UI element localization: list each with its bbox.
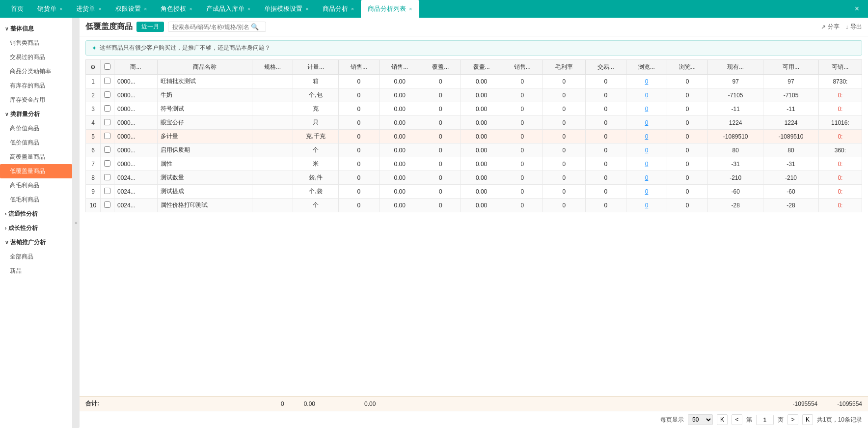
cell-browse1[interactable]: 0 [626,199,667,212]
cell-browse1[interactable]: 0 [626,143,667,157]
row-checkbox[interactable] [104,201,110,208]
cell-browse1[interactable]: 0 [626,102,667,116]
close-icon[interactable]: × [189,6,192,12]
cell-name: 眼宝公仔 [157,116,252,130]
cell-num: 6 [86,143,101,157]
cell-sales3: 0 [502,116,542,130]
first-page-button[interactable]: K [717,414,728,425]
sidebar-item-low-margin[interactable]: 低毛利商品 [0,193,72,207]
period-button[interactable]: 近一月 [136,22,164,32]
nav-permissions[interactable]: 权限设置 × [108,0,154,18]
sidebar-group-class-analysis[interactable]: ∨ 类群量分析 [0,107,72,121]
search-input[interactable] [172,24,251,30]
sidebar-item-sales-goods[interactable]: 销售类商品 [0,36,72,50]
row-checkbox[interactable] [104,78,110,84]
cell-cover1: 0 [420,116,461,130]
cell-browse1[interactable]: 0 [626,116,667,130]
close-icon[interactable]: × [247,6,250,12]
settings-icon[interactable]: ⚙ [90,64,96,71]
nav-product-analysis[interactable]: 商品分析 × [316,0,361,18]
prev-page-button[interactable]: < [732,414,742,425]
cell-current-stock: -28 [708,199,763,212]
close-all-button[interactable]: × [850,4,864,13]
sidebar-item-low-coverage[interactable]: 低覆盖量商品 [0,164,72,178]
cell-checkbox[interactable] [101,199,114,212]
close-icon[interactable]: × [59,6,62,12]
row-checkbox[interactable] [104,119,110,125]
nav-sales-order[interactable]: 销货单 × [30,0,69,18]
sidebar-item-new-goods[interactable]: 新品 [0,264,72,278]
sidebar-collapse-button[interactable]: « [73,18,80,428]
row-checkbox[interactable] [104,146,110,153]
nav-template-settings[interactable]: 单据模板设置 × [257,0,315,18]
sidebar-item-category-rate[interactable]: 商品分类动销率 [0,64,72,79]
nav-home[interactable]: 首页 [4,0,30,18]
cell-checkbox[interactable] [101,102,114,116]
cell-available: -7105 [763,88,819,102]
row-checkbox[interactable] [104,91,110,98]
cell-browse1[interactable]: 0 [626,88,667,102]
cell-browse1[interactable]: 0 [626,75,667,88]
close-icon[interactable]: × [305,6,308,12]
sidebar-item-high-coverage[interactable]: 高覆盖量商品 [0,150,72,164]
cell-sales-amt: 0.00 [380,130,420,143]
nav-purchase-order[interactable]: 进货单 × [69,0,108,18]
col-checkbox[interactable] [101,60,114,75]
page-title: 低覆盖度商品 [85,22,133,32]
cell-checkbox[interactable] [101,171,114,185]
cell-browse1[interactable]: 0 [626,130,667,143]
sidebar-group-overall[interactable]: ∨ 整体信息 [0,22,72,36]
close-icon[interactable]: × [351,6,354,12]
nav-product-analysis-list[interactable]: 商品分析列表 × [361,0,419,18]
per-page-select[interactable]: 50 20 100 200 [688,414,713,425]
cell-browse1[interactable]: 0 [626,157,667,171]
close-icon[interactable]: × [144,6,147,12]
export-button[interactable]: ↓ 导出 [845,23,862,31]
cell-checkbox[interactable] [101,130,114,143]
table-row: 2 0000... 牛奶 个,包 0 0.00 0 0.00 0 0 0 0 0… [86,88,862,102]
search-box: 🔍 [168,22,266,32]
footer-values: 0 0.00 0.00 -1095554 -1095554 [109,400,862,407]
sidebar-item-all-goods[interactable]: 全部商品 [0,250,72,264]
row-checkbox[interactable] [104,160,110,167]
cell-checkbox[interactable] [101,143,114,157]
cell-checkbox[interactable] [101,185,114,199]
select-all-checkbox[interactable] [104,63,110,70]
row-checkbox[interactable] [104,133,110,139]
sidebar-item-in-stock[interactable]: 有库存的商品 [0,79,72,93]
cell-gross-margin: 0 [542,171,585,185]
cell-browse1[interactable]: 0 [626,185,667,199]
page-number-input[interactable] [756,415,774,425]
sidebar-group-marketing[interactable]: ∨ 营销推广分析 [0,235,72,250]
col-browse1: 浏览... [626,60,667,75]
cell-browse1[interactable]: 0 [626,171,667,185]
nav-finished-goods[interactable]: 产成品入库单 × [199,0,257,18]
sidebar-group-growth[interactable]: › 成长性分析 [0,221,72,235]
col-settings[interactable]: ⚙ [86,60,101,75]
sidebar-item-low-value[interactable]: 低价值商品 [0,136,72,150]
row-checkbox[interactable] [104,105,110,112]
sidebar-group-liquidity[interactable]: › 流通性分析 [0,207,72,221]
cell-checkbox[interactable] [101,157,114,171]
cell-code: 0000... [114,130,158,143]
sidebar-item-traded-goods[interactable]: 交易过的商品 [0,50,72,64]
table-wrapper[interactable]: ⚙ 商... 商品名称 规格... 计量... 销售... 销售... 覆盖..… [83,59,864,394]
cell-sales3: 0 [502,185,542,199]
share-button[interactable]: ↗ 分享 [821,23,840,31]
next-page-button[interactable]: > [787,414,798,425]
cell-browse2: 0 [667,130,708,143]
last-page-button[interactable]: K [802,414,813,425]
nav-role-auth[interactable]: 角色授权 × [154,0,199,18]
close-icon[interactable]: × [409,6,412,12]
cell-checkbox[interactable] [101,116,114,130]
sidebar-item-stock-funds[interactable]: 库存资金占用 [0,93,72,107]
cell-trade: 0 [585,102,626,116]
row-checkbox[interactable] [104,188,110,194]
sidebar-item-high-margin[interactable]: 高毛利商品 [0,178,72,193]
close-icon[interactable]: × [98,6,101,12]
row-checkbox[interactable] [104,174,110,180]
cell-browse2: 0 [667,88,708,102]
cell-checkbox[interactable] [101,75,114,88]
cell-checkbox[interactable] [101,88,114,102]
sidebar-item-high-value[interactable]: 高价值商品 [0,121,72,136]
